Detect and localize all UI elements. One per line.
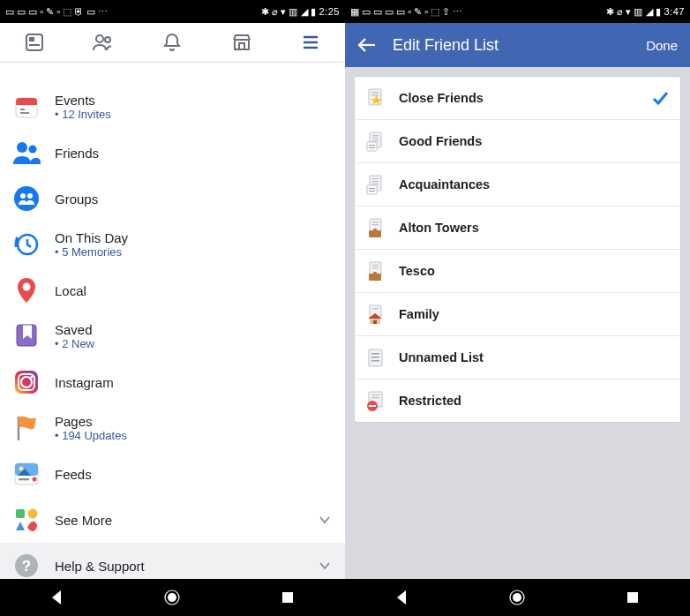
status-icons-left: ▦ ▭ ▭ ▭ ▭ ▫ ✎ ▫ ⬚ ⇧ ⋯ (350, 6, 462, 18)
friend-list-card: Close Friends Good Friends Acquaintances (354, 76, 681, 423)
svg-rect-46 (371, 92, 379, 94)
menu-item-seemore[interactable]: See More (0, 497, 345, 543)
svg-rect-83 (371, 394, 379, 395)
svg-rect-62 (369, 191, 375, 192)
back-arrow-icon[interactable] (357, 35, 377, 55)
chevron-down-icon (317, 558, 333, 574)
menu-item-help[interactable]: ? Help & Support (0, 543, 345, 579)
right-screen: ▦ ▭ ▭ ▭ ▭ ▫ ✎ ▫ ⬚ ⇧ ⋯ ✱ ⌀ ▾ ▥ ◢ ▮ 3:47 E… (345, 0, 690, 616)
svg-point-17 (20, 193, 26, 199)
svg-rect-50 (372, 135, 379, 136)
menu-item-feeds[interactable]: Feeds (0, 451, 345, 497)
friend-list-unnamed[interactable]: Unnamed List (355, 336, 680, 379)
svg-rect-66 (369, 230, 381, 237)
svg-point-4 (105, 37, 110, 42)
friend-list-label: Tesco (399, 264, 670, 278)
groups-icon (12, 184, 41, 213)
svg-rect-84 (371, 397, 379, 398)
nav-recent[interactable] (621, 586, 644, 609)
menu-item-events[interactable]: Events • 12 Invites (0, 84, 345, 130)
menu-item-sub: • 194 Updates (55, 429, 127, 442)
svg-rect-72 (373, 272, 377, 274)
left-screen: ▭ ▭ ▭ ▫ ✎ ▫ ⬚ ⛨ ▭ ⋯ ✱ ⌀ ▾ ▥ ◢ ▮ 2:25 (0, 0, 345, 616)
flag-icon (12, 414, 41, 442)
tab-menu[interactable] (298, 30, 323, 55)
friend-list-family[interactable]: Family (355, 293, 680, 336)
svg-rect-70 (372, 267, 379, 268)
friend-list-label: Alton Towers (399, 221, 670, 235)
status-time: 2:25 (319, 6, 340, 17)
menu-list: Events • 12 Invites Friends Groups (0, 63, 345, 579)
home-list-icon (365, 304, 386, 325)
clock-icon (12, 230, 41, 259)
svg-point-18 (27, 193, 33, 199)
menu-item-instagram[interactable]: Instagram (0, 359, 345, 405)
svg-point-21 (23, 283, 31, 291)
svg-point-89 (513, 593, 521, 602)
done-button[interactable]: Done (646, 38, 678, 53)
status-time: 3:47 (664, 6, 685, 17)
friend-list-label: Good Friends (399, 134, 670, 148)
menu-item-saved[interactable]: Saved • 2 New (0, 313, 345, 359)
friend-list-tesco[interactable]: Tesco (355, 250, 680, 293)
svg-marker-40 (52, 590, 61, 605)
svg-rect-35 (16, 509, 25, 518)
briefcase-list-icon (365, 217, 386, 238)
calendar-icon (12, 93, 41, 121)
nav-home[interactable] (161, 586, 184, 609)
android-nav-bar (0, 579, 345, 616)
menu-item-local[interactable]: Local (0, 267, 345, 313)
svg-rect-69 (372, 265, 379, 266)
menu-item-friends[interactable]: Friends (0, 130, 345, 176)
nav-back[interactable] (391, 586, 414, 609)
friend-list-restricted[interactable]: Restricted (355, 379, 680, 422)
list-icon (365, 174, 386, 195)
briefcase-list-icon (365, 260, 386, 282)
tab-notifications[interactable] (160, 30, 184, 55)
menu-item-onthisday[interactable]: On This Day • 5 Memories (0, 222, 345, 267)
svg-rect-33 (19, 478, 29, 480)
svg-rect-61 (369, 188, 375, 189)
nav-back[interactable] (46, 586, 69, 609)
svg-rect-77 (373, 320, 377, 324)
svg-rect-74 (372, 308, 379, 309)
svg-rect-47 (371, 94, 379, 96)
svg-point-36 (28, 509, 38, 519)
svg-rect-64 (372, 222, 379, 222)
svg-rect-1 (29, 37, 34, 41)
svg-rect-65 (372, 224, 379, 225)
friend-list-label: Close Friends (399, 91, 638, 105)
svg-rect-0 (26, 34, 42, 50)
tab-friends[interactable] (91, 30, 116, 55)
star-list-icon (365, 87, 386, 109)
friend-list-alton[interactable]: Alton Towers (355, 207, 680, 250)
tab-marketplace[interactable] (229, 30, 254, 55)
menu-item-label: Friends (55, 146, 99, 161)
svg-marker-87 (397, 590, 406, 605)
friend-list-acquaintances[interactable]: Acquaintances (355, 163, 680, 207)
menu-item-label: Saved (55, 322, 94, 337)
svg-marker-37 (16, 522, 25, 530)
app-bar: Edit Friend List Done (345, 23, 690, 67)
list-item-peek[interactable] (0, 63, 345, 84)
menu-item-groups[interactable]: Groups (0, 176, 345, 222)
tab-feed[interactable] (22, 30, 47, 55)
status-icons-left: ▭ ▭ ▭ ▫ ✎ ▫ ⬚ ⛨ ▭ ⋯ (5, 6, 108, 18)
friend-list-good[interactable]: Good Friends (355, 120, 680, 163)
svg-rect-5 (239, 43, 244, 49)
instagram-icon (12, 368, 41, 396)
nav-recent[interactable] (276, 586, 299, 609)
svg-rect-81 (371, 360, 379, 362)
menu-item-label: See More (55, 513, 112, 528)
help-icon: ? (12, 552, 41, 579)
list-icon (365, 347, 386, 368)
status-bar: ▦ ▭ ▭ ▭ ▭ ▫ ✎ ▫ ⬚ ⇧ ⋯ ✱ ⌀ ▾ ▥ ◢ ▮ 3:47 (345, 0, 690, 23)
friend-list-close[interactable]: Close Friends (355, 77, 680, 120)
svg-rect-59 (372, 184, 379, 184)
svg-rect-11 (16, 103, 37, 105)
nav-home[interactable] (506, 586, 529, 609)
svg-point-42 (168, 593, 176, 602)
svg-point-15 (29, 146, 37, 154)
menu-item-label: Local (55, 283, 86, 298)
menu-item-pages[interactable]: Pages • 194 Updates (0, 405, 345, 451)
